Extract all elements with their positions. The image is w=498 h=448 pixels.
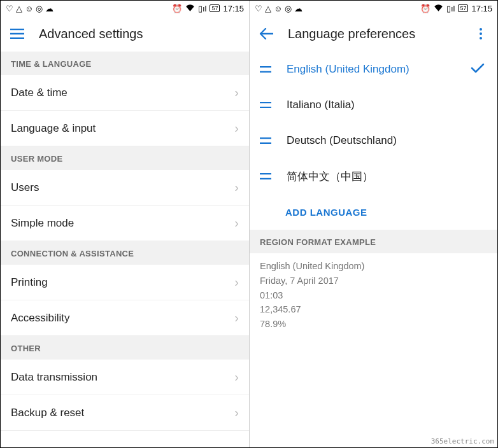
svg-point-1 [480,32,482,35]
battery-level: 57 [210,4,220,12]
language-row-deutsch[interactable]: Deutsch (Deutschland) [250,123,497,158]
clock-text: 17:15 [223,4,244,13]
row-printing[interactable]: Printing › [1,265,249,300]
section-header-connection-assistance: CONNECTION & ASSISTANCE [1,241,249,265]
alarm-icon: ⏰ [420,4,430,13]
wifi-icon [185,4,195,13]
row-label: Language & input [11,122,234,135]
drag-handle-icon[interactable] [260,66,271,73]
section-header-other: OTHER [1,336,249,360]
warning-icon: △ [265,4,271,13]
page-title: Language preferences [288,27,459,41]
region-number: 12,345.67 [260,303,487,317]
signal-icon: ▯ıl [446,4,455,13]
watermark: 365electric.com [431,437,494,445]
heart-icon: ♡ [6,4,13,13]
signal-icon: ▯ıl [198,4,207,13]
row-label: Simple mode [11,217,234,230]
chevron-right-icon: › [234,405,239,420]
region-time: 01:03 [260,289,487,303]
add-language-button[interactable]: ADD LANGUAGE [250,194,497,230]
language-label: Italiano (Italia) [287,99,485,111]
row-label: Date & time [11,87,234,99]
row-label: Accessibility [11,312,234,325]
drag-handle-icon[interactable] [260,102,271,108]
region-date: Friday, 7 April 2017 [260,274,487,288]
heart-icon: ♡ [255,4,262,13]
region-percent: 78.9% [260,318,487,332]
row-users[interactable]: Users › [1,170,249,206]
language-label: Deutsch (Deutschland) [287,134,485,147]
check-icon [471,63,485,76]
region-locale: English (United Kingdom) [260,260,487,274]
row-label: Printing [11,276,234,289]
warning-icon: △ [16,4,22,13]
row-label: Data transmission [11,371,234,384]
chevron-right-icon: › [234,85,239,100]
whatsapp-icon: ☺ [25,4,33,13]
screen-language-preferences: ♡ △ ☺ ◎ ☁ ⏰ ▯ıl 57 17:15 Language prefer… [249,1,497,447]
whatsapp-icon: ☺ [274,4,282,13]
row-label: Users [11,181,234,194]
cloud-icon: ☁ [294,4,302,13]
battery-level: 57 [458,4,468,12]
alarm-icon: ⏰ [172,4,182,13]
section-header-user-mode: USER MODE [1,146,249,170]
language-label: English (United Kingdom) [287,63,471,76]
add-language-label: ADD LANGUAGE [285,207,367,218]
section-header-region-format: REGION FORMAT EXAMPLE [250,230,497,253]
chevron-right-icon: › [234,370,239,384]
status-bar: ♡ △ ☺ ◎ ☁ ⏰ ▯ıl 57 17:15 [250,1,497,16]
chevron-right-icon: › [234,216,239,230]
page-title: Advanced settings [39,27,241,41]
svg-point-0 [480,28,482,31]
hamburger-icon[interactable] [8,25,26,43]
drag-handle-icon[interactable] [260,173,271,179]
row-backup-reset[interactable]: Backup & reset › [1,395,249,431]
row-simple-mode[interactable]: Simple mode › [1,206,249,241]
row-date-time[interactable]: Date & time › [1,75,249,111]
cloud-icon: ☁ [45,4,53,13]
chevron-right-icon: › [234,311,239,325]
row-language-input[interactable]: Language & input › [1,111,249,146]
svg-point-2 [480,37,482,39]
wifi-icon [434,4,443,13]
row-data-transmission[interactable]: Data transmission › [1,360,249,395]
chevron-right-icon: › [234,180,239,195]
language-row-english-uk[interactable]: English (United Kingdom) [250,52,497,87]
clock-text: 17:15 [471,4,492,13]
row-label: Backup & reset [11,407,234,419]
drag-handle-icon[interactable] [260,137,271,144]
language-label: 简体中文（中国） [287,169,485,184]
region-format-example: English (United Kingdom) Friday, 7 April… [250,253,497,339]
section-header-time-language: TIME & LANGUAGE [1,52,249,75]
language-row-italiano[interactable]: Italiano (Italia) [250,87,497,123]
chevron-right-icon: › [234,275,239,290]
language-row-chinese[interactable]: 简体中文（中国） [250,158,497,194]
screen-advanced-settings: ♡ △ ☺ ◎ ☁ ⏰ ▯ıl 57 17:15 Advanced settin… [1,1,249,447]
instagram-icon: ◎ [36,4,43,13]
row-accessibility[interactable]: Accessibility › [1,300,249,336]
app-bar: Advanced settings [1,16,249,52]
status-bar: ♡ △ ☺ ◎ ☁ ⏰ ▯ıl 57 17:15 [1,1,249,16]
chevron-right-icon: › [234,121,239,136]
overflow-menu-icon[interactable] [472,25,490,43]
back-icon[interactable] [257,25,275,43]
instagram-icon: ◎ [285,4,292,13]
app-bar: Language preferences [250,16,497,52]
